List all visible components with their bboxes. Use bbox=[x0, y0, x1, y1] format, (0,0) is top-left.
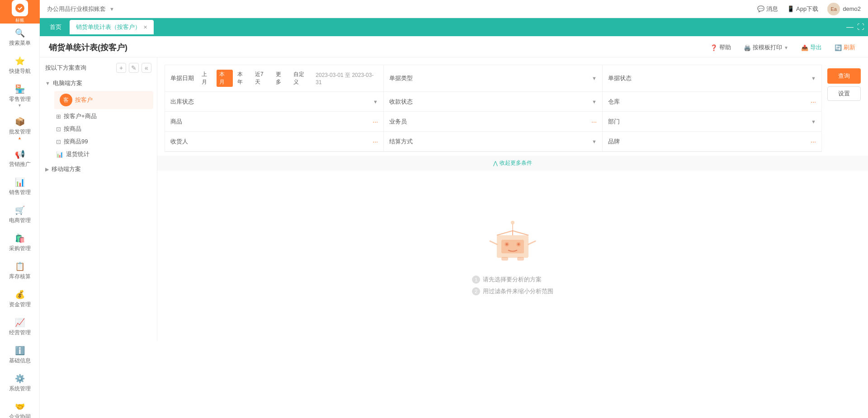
recipient-value[interactable]: ··· bbox=[199, 138, 378, 145]
sidebar-item-search[interactable]: 🔍 搜索菜单 bbox=[0, 24, 39, 52]
order-status-dropdown[interactable]: ▼ bbox=[637, 76, 816, 81]
sidebar-item-operations[interactable]: 📈 经营管理 bbox=[0, 313, 39, 341]
sidebar-item-system-label: 系统管理 bbox=[9, 385, 31, 393]
warehouse-value[interactable]: ··· bbox=[637, 98, 816, 105]
sidebar-item-finance[interactable]: 💰 资金管理 bbox=[0, 285, 39, 313]
collection-status-arrow-icon: ▼ bbox=[592, 99, 597, 104]
date-btn-this-year[interactable]: 本年 bbox=[235, 70, 250, 87]
sidebar-item-enterprise-label: 企业协同 bbox=[9, 413, 31, 418]
maximize-window-icon[interactable]: ⛶ bbox=[857, 23, 864, 31]
export-label: 导出 bbox=[810, 43, 822, 52]
main-area: 办公用品行业模拟账套 ▼ 💬 消息 📱 App下载 Ea demo2 bbox=[40, 0, 868, 418]
breadcrumb-dropdown-icon[interactable]: ▼ bbox=[109, 6, 114, 12]
filter-grid: 单据日期 上月 本月 本年 近7天 更多 bbox=[165, 65, 822, 152]
brand-dropdown[interactable]: ··· bbox=[637, 138, 816, 145]
out-status-dropdown[interactable]: ▼ bbox=[199, 99, 378, 104]
edit-scheme-button[interactable]: ✎ bbox=[129, 63, 139, 73]
user-menu[interactable]: Ea demo2 bbox=[827, 3, 861, 15]
goods-value[interactable]: ··· bbox=[199, 118, 378, 125]
sidebar-item-basic-info[interactable]: ℹ️ 基础信息 bbox=[0, 341, 39, 369]
salesperson-value[interactable]: ··· bbox=[418, 118, 597, 125]
order-type-dropdown[interactable]: ▼ bbox=[418, 76, 597, 81]
sidebar-item-finance-label: 资金管理 bbox=[9, 301, 31, 309]
recipient-dropdown[interactable]: ··· bbox=[199, 138, 378, 145]
empty-tip-1-text: 请先选择要分析的方案 bbox=[483, 274, 542, 285]
empty-tips: 1 请先选择要分析的方案 2 用过滤条件来缩小分析范围 bbox=[472, 274, 553, 297]
collapse-scheme-button[interactable]: « bbox=[142, 63, 151, 73]
messages-button[interactable]: 💬 消息 bbox=[757, 5, 778, 13]
brand-dots-icon[interactable]: ··· bbox=[811, 138, 816, 145]
goods-dots-icon[interactable]: ··· bbox=[373, 118, 378, 125]
goods-dropdown[interactable]: ··· bbox=[199, 118, 378, 125]
filter-cell-salesperson: 业务员 ··· bbox=[384, 112, 603, 132]
finance-icon: 💰 bbox=[15, 290, 25, 299]
sidebar-item-enterprise[interactable]: 🤝 企业协同 bbox=[0, 397, 39, 418]
scheme-item-by-customer[interactable]: 客 按客户 bbox=[54, 91, 153, 109]
svg-point-0 bbox=[15, 4, 24, 13]
tab-home[interactable]: 首页 bbox=[43, 20, 68, 34]
scheme-item-return-stats[interactable]: 📊 退货统计 bbox=[51, 148, 157, 161]
department-value[interactable]: ▼ bbox=[637, 119, 816, 124]
order-status-value[interactable]: ▼ bbox=[637, 76, 816, 81]
tab-sales-stats[interactable]: 销货单统计表（按客户） ✕ bbox=[70, 20, 154, 34]
message-icon: 💬 bbox=[757, 5, 764, 12]
settlement-label: 结算方式 bbox=[389, 138, 414, 146]
salesperson-dropdown[interactable]: ··· bbox=[418, 118, 597, 125]
scheme-item-by-customer-goods[interactable]: ⊞ 按客户+商品 bbox=[51, 110, 157, 123]
scheme-item-by-goods-99[interactable]: ⊡ 按商品99 bbox=[51, 135, 157, 148]
department-label: 部门 bbox=[608, 118, 633, 126]
date-btn-more[interactable]: 更多 bbox=[273, 70, 289, 87]
collection-status-value[interactable]: ▼ bbox=[418, 99, 597, 104]
desktop-scheme-group-header[interactable]: ▼ 电脑端方案 bbox=[40, 76, 157, 90]
warehouse-dots-icon[interactable]: ··· bbox=[811, 98, 816, 105]
mobile-scheme-group: ▶ 移动端方案 bbox=[40, 162, 157, 176]
page-title: 销货单统计表(按客户) bbox=[49, 42, 127, 53]
brand-value[interactable]: ··· bbox=[637, 138, 816, 145]
minimize-window-icon[interactable]: — bbox=[846, 23, 854, 31]
refresh-button[interactable]: 🔄 刷新 bbox=[831, 42, 859, 53]
tip-num-2: 2 bbox=[472, 287, 480, 295]
sidebar-item-purchase[interactable]: 🛍️ 采购管理 bbox=[0, 229, 39, 257]
mobile-group-toggle-icon: ▶ bbox=[45, 166, 49, 172]
scheme-item-by-goods[interactable]: ⊡ 按商品 bbox=[51, 123, 157, 135]
help-button[interactable]: ❓ 帮助 bbox=[707, 42, 735, 53]
query-button[interactable]: 查询 bbox=[827, 68, 861, 84]
breadcrumb-text: 办公用品行业模拟账套 bbox=[47, 5, 106, 13]
sidebar-item-purchase-label: 采购管理 bbox=[9, 245, 31, 252]
sidebar-item-system[interactable]: ⚙️ 系统管理 bbox=[0, 369, 39, 397]
close-tab-icon[interactable]: ✕ bbox=[143, 24, 147, 30]
svg-point-5 bbox=[506, 243, 508, 246]
grid-icon: ⊞ bbox=[56, 113, 61, 120]
svg-point-6 bbox=[518, 243, 520, 246]
date-btn-this-month[interactable]: 本月 bbox=[217, 70, 232, 87]
sidebar-item-quick-nav[interactable]: ⭐ 快捷导航 bbox=[0, 52, 39, 80]
date-btn-last-month[interactable]: 上月 bbox=[199, 70, 215, 87]
collapse-bar[interactable]: ⋀ 收起更多条件 bbox=[157, 156, 868, 171]
print-button[interactable]: 🖨️ 按模板打印 ▼ bbox=[740, 42, 792, 53]
sidebar-item-wholesale[interactable]: 📦 批发管理 ▲ bbox=[0, 112, 39, 145]
mobile-scheme-group-header[interactable]: ▶ 移动端方案 bbox=[40, 162, 157, 176]
sidebar-item-marketing[interactable]: 📢 营销推广 bbox=[0, 145, 39, 173]
sidebar-item-sales[interactable]: 📊 销售管理 bbox=[0, 173, 39, 201]
warehouse-dropdown[interactable]: ··· bbox=[637, 98, 816, 105]
sidebar-item-inventory[interactable]: 📋 库存核算 bbox=[0, 257, 39, 285]
export-button[interactable]: 📤 导出 bbox=[797, 42, 826, 53]
collection-status-dropdown[interactable]: ▼ bbox=[418, 99, 597, 104]
print-dropdown-icon[interactable]: ▼ bbox=[784, 45, 788, 50]
app-download-button[interactable]: 📱 App下载 bbox=[787, 5, 818, 13]
department-dropdown[interactable]: ▼ bbox=[637, 119, 816, 124]
recipient-dots-icon[interactable]: ··· bbox=[373, 138, 378, 145]
filter-cell-collection-status: 收款状态 ▼ bbox=[384, 92, 603, 112]
sidebar-item-retail[interactable]: 🏪 零售管理 ▼ bbox=[0, 80, 39, 112]
sidebar-item-ecommerce[interactable]: 🛒 电商管理 bbox=[0, 201, 39, 229]
date-btn-7days[interactable]: 近7天 bbox=[252, 70, 271, 87]
add-scheme-button[interactable]: + bbox=[116, 63, 126, 73]
order-type-value[interactable]: ▼ bbox=[418, 76, 597, 81]
sales-icon: 📊 bbox=[15, 177, 25, 187]
out-status-value[interactable]: ▼ bbox=[199, 99, 378, 104]
salesperson-dots-icon[interactable]: ··· bbox=[591, 118, 597, 125]
settlement-dropdown[interactable]: ▼ bbox=[418, 139, 597, 144]
settings-button[interactable]: 设置 bbox=[827, 86, 861, 101]
settlement-value[interactable]: ▼ bbox=[418, 139, 597, 144]
date-btn-custom[interactable]: 自定义 bbox=[291, 70, 312, 87]
